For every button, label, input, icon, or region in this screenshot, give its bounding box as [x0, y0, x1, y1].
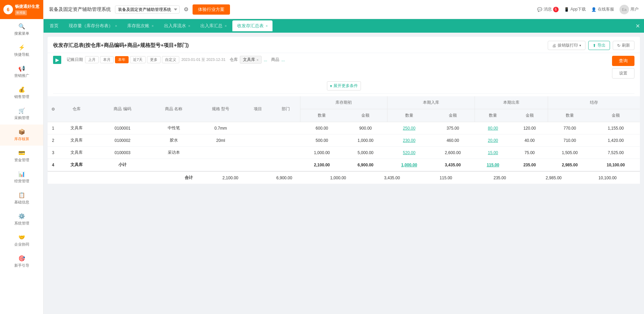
sidebar-item-quick-nav[interactable]: ⚡ 快捷导航 [0, 40, 43, 61]
cell-close-qty: 2,985.00 [548, 159, 592, 171]
refresh-button[interactable]: ↻ 刷新 [613, 41, 634, 50]
cell-in-qty[interactable]: 230.00 [387, 134, 431, 147]
sidebar-item-enterprise[interactable]: 🤝 企业协同 [0, 230, 43, 251]
cell-goods-name: 胶水 [150, 134, 197, 147]
in-qty-link[interactable]: 1,000.00 [401, 163, 417, 167]
tab-stock-dist[interactable]: 现存量（库存分布表）× [64, 20, 122, 31]
tab-close-inout-flow[interactable]: × [188, 24, 190, 28]
date-btn-本月[interactable]: 本月 [100, 56, 114, 63]
date-btn-更多[interactable]: 更多 [147, 56, 161, 63]
query-button[interactable]: 查询 [612, 56, 634, 66]
out-qty-link[interactable]: 15.00 [488, 150, 498, 155]
sidebar-item-search[interactable]: 🔍 搜索菜单 [0, 19, 43, 40]
summary-open-qty: 2,100.00 [203, 176, 257, 180]
in-qty-link[interactable]: 520.00 [403, 150, 415, 155]
tab-recv-send[interactable]: 收发存汇总表× [232, 20, 273, 31]
cell-goods-name: 中性笔 [150, 122, 197, 134]
print-icon: 🖨 [552, 43, 556, 48]
th-open-qty: 数量 [300, 109, 344, 122]
topbar: 装备及固定资产辅助管理系统 装备及固定资产辅助管理系统 ⚙ 体验行业方案 💬 消… [44, 0, 644, 19]
service-icon: 👤 [591, 7, 596, 12]
cell-goods-code: 小计 [95, 159, 150, 171]
print-button[interactable]: 🖨 拔销版打印 ▾ [548, 41, 585, 50]
cell-out-amt: 75.00 [511, 147, 548, 159]
th-warehouse: 仓库 [59, 96, 95, 122]
setting-button[interactable]: 设置 [612, 68, 634, 79]
tab-close-stock-dist[interactable]: × [115, 24, 117, 28]
tab-close-inout-summary[interactable]: × [225, 24, 227, 28]
sidebar-item-basic[interactable]: 📋 基础信息 [0, 188, 43, 209]
out-qty-link[interactable]: 115.00 [487, 163, 499, 167]
cell-in-qty[interactable]: 1,000.00 [387, 159, 431, 171]
cell-no: 1 [48, 122, 59, 134]
th-goods-code: 商品 编码 [95, 96, 150, 122]
out-qty-link[interactable]: 80.00 [488, 126, 498, 131]
cell-project [244, 122, 272, 134]
cell-open-qty: 1,000.00 [300, 147, 344, 159]
page-title: 收发存汇总表(按仓库+商品编码+商品+规格型号+项目+部门) [53, 42, 189, 49]
sidebar-label-basic: 基础信息 [14, 200, 29, 205]
sidebar-item-purchase[interactable]: 🛒 采购管理 [0, 103, 43, 125]
app-download-button[interactable]: 📱 App下载 [564, 6, 586, 12]
cell-out-qty[interactable]: 115.00 [475, 159, 511, 171]
tab-label-batch: 库存批次账 [127, 23, 149, 29]
trial-button[interactable]: 体验行业方案 [193, 4, 230, 15]
tab-close-recv-send[interactable]: × [266, 24, 268, 28]
sidebar-item-marketing[interactable]: 📢 营销推广 [0, 61, 43, 82]
sidebar-item-system[interactable]: ⚙️ 系统管理 [0, 209, 43, 230]
sidebar-item-finance[interactable]: 💳 资金管理 [0, 146, 43, 167]
purchase-icon: 🛒 [18, 108, 25, 114]
tab-inout-flow[interactable]: 出入库流水× [159, 20, 195, 31]
goods-filter: 商品 ... [271, 57, 285, 63]
user-menu[interactable]: Ea 用户 [620, 5, 639, 14]
tab-inout-summary[interactable]: 出入库汇总× [196, 20, 231, 31]
inventory-icon: 📦 [18, 129, 25, 135]
cell-out-amt: 235.00 [511, 159, 548, 171]
cell-close-qty: 770.00 [548, 122, 592, 134]
cell-in-qty[interactable]: 250.00 [387, 122, 431, 134]
sidebar-item-operations[interactable]: 📊 经营管理 [0, 167, 43, 188]
warehouse-tag-close[interactable]: × [257, 58, 259, 62]
tab-close-batch[interactable]: × [151, 24, 153, 28]
message-button[interactable]: 💬 消息 6 [537, 6, 559, 12]
export-button[interactable]: ⬆ 导出 [588, 41, 610, 50]
tab-home[interactable]: 首页 [45, 20, 63, 31]
th-in-group: 本期入库 [387, 96, 475, 109]
expand-conditions-button[interactable]: ▾ 展开更多条件 [327, 81, 361, 90]
cell-goods-name: 采访本 [150, 147, 197, 159]
th-goods-spec: 规格 型号 [197, 96, 244, 122]
finance-icon: 💳 [18, 150, 25, 156]
warehouse-more-btn[interactable]: ... [264, 57, 267, 62]
online-service-button[interactable]: 👤 在线客服 [591, 6, 614, 12]
sidebar-item-newbie[interactable]: 🎯 新手引导 [0, 251, 43, 272]
date-btn-自定义[interactable]: 自定义 [162, 56, 179, 63]
cell-no: 2 [48, 134, 59, 147]
tab-label-recv-send: 收发存汇总表 [237, 23, 264, 29]
goods-more-btn[interactable]: ... [281, 57, 285, 62]
cell-in-amt: 3,435.00 [431, 159, 475, 171]
cell-out-qty[interactable]: 80.00 [475, 122, 511, 134]
date-btn-上月[interactable]: 上月 [85, 56, 99, 63]
cell-out-qty[interactable]: 20.00 [475, 134, 511, 147]
settings-icon[interactable]: ⚙ [184, 6, 188, 13]
date-btn-近7天[interactable]: 近7天 [130, 56, 146, 63]
summary-in-qty: 1,000.00 [311, 176, 365, 180]
in-qty-link[interactable]: 250.00 [403, 126, 415, 131]
filter-toggle-button[interactable]: ▶ [53, 56, 61, 64]
sidebar-label-finance: 资金管理 [14, 158, 29, 163]
cell-out-qty[interactable]: 15.00 [475, 147, 511, 159]
sidebar-label-operations: 经营管理 [14, 179, 29, 184]
out-qty-link[interactable]: 20.00 [488, 138, 498, 143]
close-all-tabs-button[interactable]: ✕ [635, 23, 640, 29]
sidebar-item-inventory[interactable]: 📦 库存核算 [0, 125, 43, 146]
cell-in-qty[interactable]: 520.00 [387, 147, 431, 159]
tab-batch[interactable]: 库存批次账× [122, 20, 158, 31]
date-btn-本年[interactable]: 本年 [115, 56, 129, 63]
sidebar-item-sales[interactable]: 💰 销售管理 [0, 82, 43, 103]
th-settings[interactable]: ⚙ [48, 96, 59, 122]
basic-icon: 📋 [18, 192, 25, 198]
in-qty-link[interactable]: 230.00 [403, 138, 415, 143]
th-open-amt: 金额 [344, 109, 387, 122]
system-select[interactable]: 装备及固定资产辅助管理系统 [115, 5, 180, 14]
cell-warehouse: 文具库 [59, 122, 95, 134]
